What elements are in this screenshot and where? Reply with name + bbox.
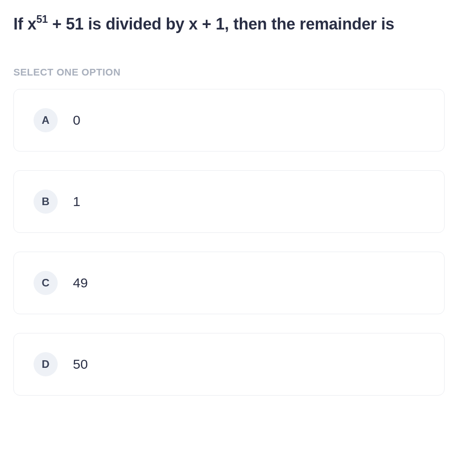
option-letter: A bbox=[34, 108, 58, 132]
option-text: 50 bbox=[73, 357, 88, 372]
option-d[interactable]: D 50 bbox=[13, 333, 445, 396]
option-letter: B bbox=[34, 190, 58, 214]
question-prefix: If x bbox=[13, 15, 36, 33]
option-letter: D bbox=[34, 352, 58, 376]
option-text: 49 bbox=[73, 275, 88, 291]
question-text: If x51 + 51 is divided by x + 1, then th… bbox=[13, 13, 445, 35]
option-text: 1 bbox=[73, 194, 81, 209]
question-exponent: 51 bbox=[36, 13, 48, 25]
question-suffix: + 51 is divided by x + 1, then the remai… bbox=[48, 15, 394, 33]
instruction-label: SELECT ONE OPTION bbox=[13, 67, 445, 78]
option-text: 0 bbox=[73, 113, 81, 128]
option-a[interactable]: A 0 bbox=[13, 89, 445, 152]
options-list: A 0 B 1 C 49 D 50 bbox=[13, 89, 445, 396]
option-c[interactable]: C 49 bbox=[13, 252, 445, 314]
option-b[interactable]: B 1 bbox=[13, 170, 445, 233]
option-letter: C bbox=[34, 271, 58, 295]
